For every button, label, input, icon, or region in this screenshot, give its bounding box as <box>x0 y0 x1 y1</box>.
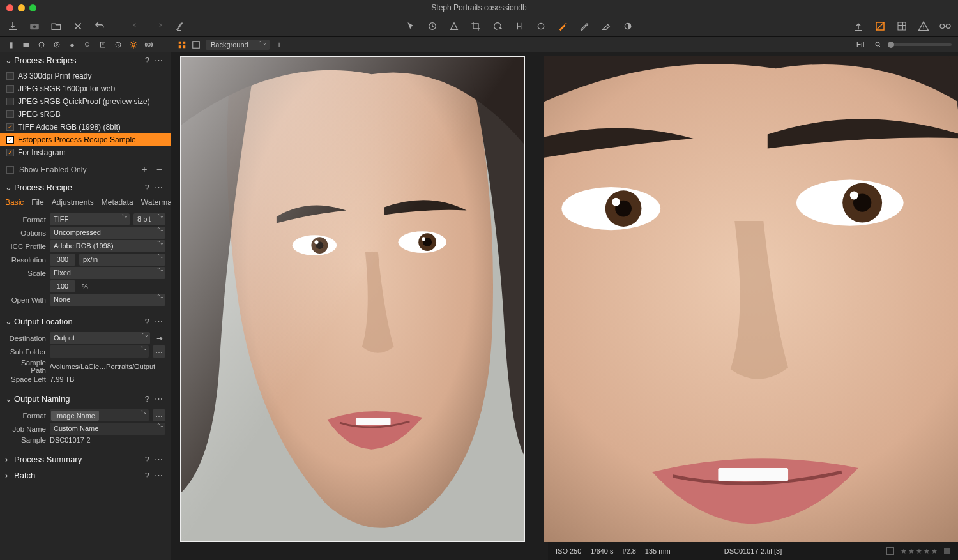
help-icon[interactable]: ? <box>142 455 152 464</box>
tether-camera-icon[interactable] <box>28 20 41 33</box>
preview-pane-primary[interactable] <box>180 56 525 542</box>
more-icon[interactable]: ⋯ <box>152 471 165 480</box>
magic-brush-icon[interactable] <box>556 20 569 33</box>
help-icon[interactable]: ? <box>142 183 152 192</box>
preview-pane-secondary[interactable] <box>544 56 958 542</box>
help-icon[interactable]: ? <box>142 471 152 480</box>
process-summary-header[interactable]: › Process Summary ? ⋯ <box>0 451 171 467</box>
color-tab-icon[interactable] <box>52 40 61 49</box>
options-select[interactable]: Uncompressed <box>50 227 165 239</box>
zoom-fit-label[interactable]: Fit <box>856 40 865 49</box>
more-icon[interactable]: ⋯ <box>152 317 165 326</box>
scale-value-input[interactable]: 100 <box>50 280 75 292</box>
exposure-tab-icon[interactable] <box>68 40 77 49</box>
library-tab-icon[interactable]: ▮ <box>6 40 15 49</box>
delete-icon[interactable] <box>72 20 84 33</box>
scale-select[interactable]: Fixed <box>50 267 165 279</box>
adjustments-tab-icon[interactable] <box>98 40 107 49</box>
help-icon[interactable]: ? <box>142 394 152 404</box>
zoom-loupe-icon[interactable] <box>874 38 883 51</box>
job-name-input[interactable]: Custom Name <box>50 423 165 435</box>
chevron-right-icon: › <box>5 471 11 480</box>
more-icon[interactable]: ⋯ <box>152 394 165 404</box>
process-recipes-header[interactable]: ⌄ Process Recipes ? ⋯ <box>0 52 171 68</box>
zoom-slider[interactable] <box>888 43 952 46</box>
help-icon[interactable]: ? <box>142 317 152 326</box>
format-select[interactable]: TIFF <box>50 213 130 225</box>
shape-tool-icon[interactable] <box>448 20 460 33</box>
bits-select[interactable]: 8 bit <box>133 213 165 225</box>
catalog-icon[interactable] <box>50 20 63 33</box>
capture-tab-icon[interactable] <box>22 40 31 49</box>
recipe-item[interactable]: JPEG sRGB 1600px for web <box>0 82 171 95</box>
details-tab-icon[interactable] <box>83 40 92 49</box>
metadata-tab-icon[interactable] <box>114 40 123 49</box>
show-enabled-checkbox[interactable] <box>6 166 14 174</box>
maximize-window-button[interactable] <box>29 4 36 11</box>
layer-select[interactable]: Background <box>206 40 270 50</box>
undo-step-icon[interactable] <box>130 20 143 33</box>
export-icon[interactable] <box>852 20 865 33</box>
close-window-button[interactable] <box>6 4 13 11</box>
goto-folder-icon[interactable]: ➔ <box>154 334 165 343</box>
recipe-item[interactable]: A3 300dpi Print ready <box>0 70 171 82</box>
recipe-item[interactable]: JPEG sRGB QuickProof (preview size) <box>0 95 171 108</box>
add-recipe-button[interactable]: + <box>139 164 149 176</box>
grid-view-icon[interactable] <box>178 40 186 49</box>
tab-metadata[interactable]: Metadata <box>102 198 133 207</box>
more-icon[interactable]: ⋯ <box>152 455 165 464</box>
annotation-icon[interactable] <box>174 20 186 33</box>
resolution-unit-select[interactable]: px/in <box>79 254 165 266</box>
spot-tool-icon[interactable] <box>535 20 547 33</box>
erase-mask-icon[interactable] <box>600 20 612 33</box>
tab-watermark[interactable]: Watermark <box>141 198 171 207</box>
minimize-window-button[interactable] <box>18 4 25 11</box>
tab-adjustments[interactable]: Adjustments <box>52 198 94 207</box>
recipe-item[interactable]: JPEG sRGB <box>0 108 171 121</box>
space-left-value: 7.99 TB <box>50 375 74 383</box>
remove-recipe-button[interactable]: − <box>155 164 164 176</box>
icc-select[interactable]: Adobe RGB (1998) <box>50 240 165 252</box>
naming-format-field[interactable]: Image Name <box>50 409 149 421</box>
select-tool-icon[interactable] <box>404 20 417 33</box>
focus-mask-icon[interactable] <box>939 20 952 33</box>
output-location-header[interactable]: ⌄ Output Location ? ⋯ <box>0 314 171 329</box>
process-recipe-header[interactable]: ⌄ Process Recipe ? ⋯ <box>0 179 171 195</box>
openwith-select[interactable]: None <box>50 294 165 306</box>
resolution-input[interactable]: 300 <box>50 254 75 266</box>
batch-header[interactable]: › Batch ? ⋯ <box>0 467 171 483</box>
help-icon[interactable]: ? <box>142 56 152 65</box>
single-view-icon[interactable] <box>192 40 201 49</box>
redo-step-icon[interactable] <box>152 20 165 33</box>
hand-tool-icon[interactable] <box>426 20 439 33</box>
tab-basic[interactable]: Basic <box>5 198 24 207</box>
gradient-mask-icon[interactable] <box>621 20 634 33</box>
output-tab-icon[interactable] <box>129 40 138 49</box>
add-layer-button[interactable]: + <box>275 40 284 50</box>
naming-format-button[interactable]: … <box>153 409 165 421</box>
output-naming-header[interactable]: ⌄ Output Naming ? ⋯ <box>0 391 171 407</box>
star-rating[interactable]: ★★★★★ <box>901 547 938 556</box>
recipe-item[interactable]: Fstoppers Process Recipe Sample <box>0 133 171 146</box>
color-tag[interactable] <box>944 548 950 554</box>
subfolder-input[interactable] <box>50 345 149 358</box>
keystone-tool-icon[interactable] <box>513 20 526 33</box>
crop-overlay-icon[interactable] <box>874 20 886 33</box>
more-icon[interactable]: ⋯ <box>152 56 165 65</box>
batch-tab-icon[interactable] <box>144 40 153 49</box>
recipe-item[interactable]: TIFF Adobe RGB (1998) (8bit) <box>0 121 171 133</box>
select-toggle[interactable] <box>886 547 894 555</box>
subfolder-browse-button[interactable]: … <box>153 345 165 358</box>
import-icon[interactable] <box>6 20 19 33</box>
draw-mask-icon[interactable] <box>578 20 591 33</box>
exposure-warning-icon[interactable] <box>917 20 930 33</box>
recipe-item[interactable]: For Instagram <box>0 146 171 159</box>
crop-tool-icon[interactable] <box>469 20 482 33</box>
destination-select[interactable]: Output <box>50 332 150 344</box>
grid-icon[interactable] <box>895 20 908 33</box>
lens-tab-icon[interactable] <box>37 40 46 49</box>
more-icon[interactable]: ⋯ <box>152 183 165 192</box>
rotate-tool-icon[interactable] <box>491 20 504 33</box>
tab-file[interactable]: File <box>31 198 43 207</box>
undo-icon[interactable] <box>93 20 106 33</box>
